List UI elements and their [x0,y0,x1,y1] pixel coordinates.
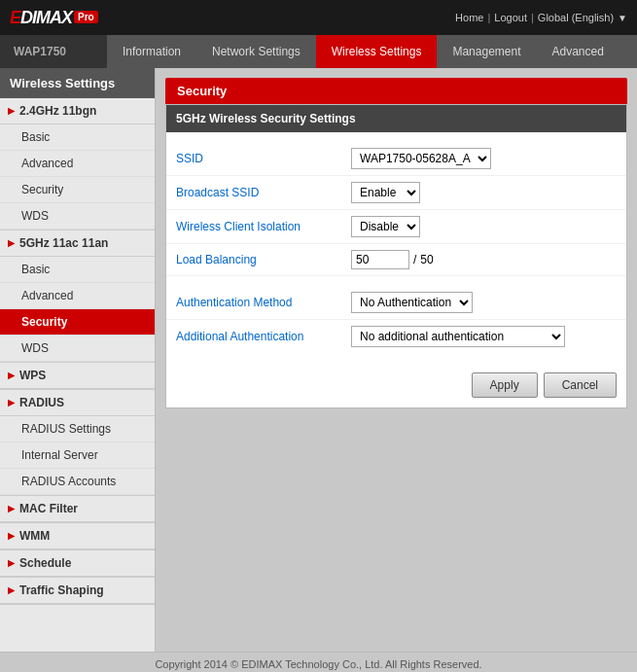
sidebar-item-radius-settings[interactable]: RADIUS Settings [0,416,155,442]
content-box: 5GHz Wireless Security Settings SSID WAP… [165,104,627,408]
sidebar-group-5ghz: ▶ 5GHz 11ac 11an Basic Advanced Security… [0,230,155,363]
sidebar: Wireless Settings ▶ 2.4GHz 11bgn Basic A… [0,68,156,652]
label-ssid: SSID [176,152,351,165]
label-broadcast-ssid: Broadcast SSID [176,186,351,199]
select-broadcast-ssid[interactable]: Enable Disable [351,182,420,203]
brand-name: EDIMAX [10,8,72,28]
sidebar-group-label-24ghz: 2.4GHz 11bgn [19,104,96,118]
field-add-auth: Additional Authentication No additional … [166,320,626,353]
sidebar-group-24ghz: ▶ 2.4GHz 11bgn Basic Advanced Security W… [0,98,155,230]
sidebar-group-wmm: ▶ WMM [0,523,155,550]
nav-network-settings[interactable]: Network Settings [196,35,316,68]
sidebar-group-traffic: ▶ Traffic Shaping [0,578,155,605]
select-auth-method[interactable]: No Authentication WPA2 WPA/WPA2 [351,292,473,313]
sidebar-group-label-5ghz: 5GHz 11ac 11an [19,236,108,250]
sidebar-item-radius-accounts[interactable]: RADIUS Accounts [0,469,155,495]
sidebar-item-5-security[interactable]: Security [0,309,155,336]
sidebar-item-24-basic[interactable]: Basic [0,124,155,151]
content-area: Security 5GHz Wireless Security Settings… [156,68,637,652]
select-client-isolation[interactable]: Disable Enable [351,216,420,237]
home-link[interactable]: Home [455,12,483,23]
field-ssid: SSID WAP1750-05628A_A [166,142,626,176]
load-balance-max: 50 [420,253,433,266]
cancel-button[interactable]: Cancel [544,372,617,398]
sidebar-group-header-macfilter[interactable]: ▶ MAC Filter [0,496,155,522]
label-client-isolation: Wireless Client Isolation [176,220,351,233]
sidebar-item-5-basic[interactable]: Basic [0,257,155,283]
sidebar-group-radius: ▶ RADIUS RADIUS Settings Internal Server… [0,390,155,496]
select-ssid[interactable]: WAP1750-05628A_A [351,148,491,169]
pro-badge: Pro [74,11,98,23]
load-balance-separator: / [413,253,416,266]
arrow-icon-macfilter: ▶ [8,504,15,513]
sidebar-group-header-24ghz[interactable]: ▶ 2.4GHz 11bgn [0,98,155,124]
sidebar-group-label-wps: WPS [19,369,46,382]
select-add-auth[interactable]: No additional authentication WPS [351,326,565,347]
field-load-balancing: Load Balancing / 50 [166,244,626,276]
input-load-balance-value[interactable] [351,250,409,269]
control-load-balancing: / 50 [351,250,617,269]
sidebar-group-label-macfilter: MAC Filter [19,502,78,515]
control-auth-method: No Authentication WPA2 WPA/WPA2 [351,292,617,313]
nav-information[interactable]: Information [107,35,196,68]
sidebar-group-label-schedule: Schedule [19,556,71,570]
arrow-icon-24ghz: ▶ [8,106,15,116]
sidebar-item-5-advanced[interactable]: Advanced [0,283,155,309]
sidebar-group-header-5ghz[interactable]: ▶ 5GHz 11ac 11an [0,230,155,257]
arrow-icon-wps: ▶ [8,371,15,380]
header-links: Home | Logout | Global (English) ▼ [455,12,627,23]
sidebar-item-24-security[interactable]: Security [0,177,155,203]
sidebar-item-24-advanced[interactable]: Advanced [0,151,155,177]
control-add-auth: No additional authentication WPS [351,326,617,347]
separator [166,276,626,286]
control-broadcast-ssid: Enable Disable [351,182,617,203]
sidebar-group-label-traffic: Traffic Shaping [19,584,104,597]
form-table: SSID WAP1750-05628A_A Broadcast SSID Ena… [166,132,626,363]
sidebar-group-header-schedule[interactable]: ▶ Schedule [0,550,155,577]
device-name: WAP1750 [0,35,107,68]
content-header: Security [165,78,627,104]
sidebar-group-label-radius: RADIUS [19,396,64,409]
footer-text: Copyright 2014 © EDIMAX Technology Co., … [155,658,481,670]
arrow-icon-wmm: ▶ [8,531,15,541]
arrow-icon-5ghz: ▶ [8,238,15,248]
control-ssid: WAP1750-05628A_A [351,148,617,169]
main-layout: Wireless Settings ▶ 2.4GHz 11bgn Basic A… [0,68,637,652]
footer: Copyright 2014 © EDIMAX Technology Co., … [0,652,637,672]
sidebar-group-header-traffic[interactable]: ▶ Traffic Shaping [0,578,155,604]
sidebar-group-label-wmm: WMM [19,529,50,543]
field-client-isolation: Wireless Client Isolation Disable Enable [166,210,626,244]
label-add-auth: Additional Authentication [176,330,351,343]
sidebar-group-header-radius[interactable]: ▶ RADIUS [0,390,155,416]
arrow-icon-radius: ▶ [8,398,15,407]
sidebar-group-header-wps[interactable]: ▶ WPS [0,363,155,389]
logout-link[interactable]: Logout [494,12,527,23]
section-title: 5GHz Wireless Security Settings [166,105,626,132]
apply-button[interactable]: Apply [472,372,538,398]
brand-logo: EDIMAX Pro [10,8,98,28]
label-load-balancing: Load Balancing [176,253,351,266]
sidebar-group-wps: ▶ WPS [0,363,155,390]
label-auth-method: Authentication Method [176,296,351,309]
sidebar-item-5-wds[interactable]: WDS [0,336,155,362]
button-row: Apply Cancel [166,363,626,407]
arrow-icon-traffic: ▶ [8,585,15,595]
sidebar-title: Wireless Settings [0,68,155,98]
language-selector[interactable]: Global (English) [538,12,614,23]
navbar: WAP1750 Information Network Settings Wir… [0,35,637,68]
sidebar-item-internal-server[interactable]: Internal Server [0,442,155,469]
header: EDIMAX Pro Home | Logout | Global (Engli… [0,0,637,35]
sidebar-item-24-wds[interactable]: WDS [0,203,155,230]
field-broadcast-ssid: Broadcast SSID Enable Disable [166,176,626,210]
control-client-isolation: Disable Enable [351,216,617,237]
sidebar-group-header-wmm[interactable]: ▶ WMM [0,523,155,549]
nav-management[interactable]: Management [437,35,536,68]
sidebar-group-macfilter: ▶ MAC Filter [0,496,155,523]
arrow-icon-schedule: ▶ [8,558,15,568]
sidebar-group-schedule: ▶ Schedule [0,550,155,578]
nav-advanced[interactable]: Advanced [536,35,619,68]
nav-wireless-settings[interactable]: Wireless Settings [316,35,438,68]
field-auth-method: Authentication Method No Authentication … [166,286,626,320]
nav-items: Information Network Settings Wireless Se… [107,35,637,68]
